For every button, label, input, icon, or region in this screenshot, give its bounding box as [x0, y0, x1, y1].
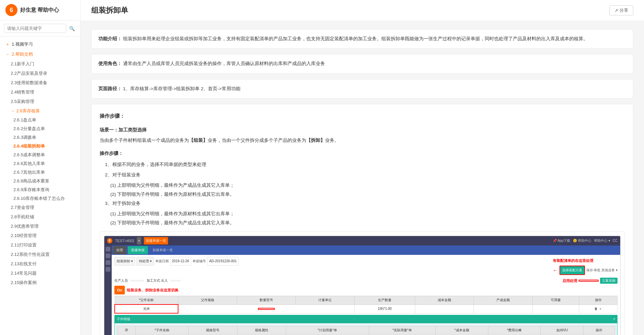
- mock-lower-section: 子件明细 ↗ 序 *子件名称: [114, 315, 618, 335]
- mock-qty-row: 生产人员 加工方式 出入 启用处理 立案采购: [114, 277, 618, 284]
- mock-date-label: 单据日期: [155, 258, 169, 265]
- path-intro-block: 页面路径： 1、库存核算->库存管理->组装拆卸单 2、首页->常用功能: [91, 79, 633, 99]
- func-intro-label: 功能介绍：: [98, 36, 122, 41]
- expand-icon-1: ＋: [5, 41, 10, 47]
- sidebar-item-2-6-10[interactable]: 2.6.10库存账本错了怎么办: [0, 194, 80, 203]
- sidebar-item-2-6-7[interactable]: 2.6.7其他出库单: [0, 168, 80, 177]
- sidebar-subsection-2-6[interactable]: － 2.6库存核算: [0, 106, 80, 116]
- sidebar-subsection-2-12[interactable]: 2.12系统个性化设置: [0, 250, 80, 259]
- sidebar-item-2-6-8[interactable]: 2.6.8商品成本重算: [0, 177, 80, 185]
- sidebar-subsection-2-8[interactable]: 2.8手机旺铺: [0, 212, 80, 222]
- mock-tab-home: 自营: [113, 246, 126, 254]
- arrow-right-icon: ←: [553, 265, 558, 276]
- func-intro-text: 组装拆卸单用来处理企业组装或拆卸等加工业务，支持有固定装配清单的产品加工业务，也…: [123, 36, 588, 41]
- mock-method-input: [170, 280, 180, 281]
- sidebar-subsection-2-13[interactable]: 2.13在线支付: [0, 259, 80, 269]
- sidebar-section-1[interactable]: ＋ 1.视频学习: [0, 39, 80, 49]
- mock-qiyong-input: [579, 280, 599, 282]
- mock-table1-row1-col1: 光米: [115, 304, 178, 313]
- sidebar-subsection-2-9[interactable]: 2.9优惠券管理: [0, 222, 80, 231]
- sidebar-subsection-2-10[interactable]: 2.10经营管理: [0, 231, 80, 240]
- mock-side-panel: [104, 245, 112, 335]
- annotation-right: 有装配清单的在这里处理: [553, 257, 593, 264]
- mock-tab-list: 新建单据一览: [149, 246, 176, 254]
- sidebar-subsection-2-3[interactable]: 2.3使用前数据准备: [0, 78, 80, 88]
- step-2-1: (1) 上部明细为父件明细，最终作为产成品生成其它入库单；: [110, 181, 625, 190]
- mock-section-header: 子件明细 ↗: [115, 315, 617, 323]
- main-header: 组装拆卸单 ↗ 分享: [80, 0, 644, 21]
- search-box: 🔍: [0, 20, 80, 37]
- mock-code-label: 单据编号: [193, 258, 206, 265]
- annotation-toggle: 组装业务、拆卸业务在这里切换: [127, 286, 178, 294]
- sidebar-subsection-2-1[interactable]: 2.1新手入门: [0, 59, 80, 69]
- mock-status-selector: 待处理 ▾: [137, 257, 154, 266]
- page-title: 组装拆卸单: [91, 5, 128, 15]
- collapse-icon-2: －: [5, 51, 10, 57]
- mock-worker-input: [130, 280, 144, 281]
- nav-list: ＋ 1.视频学习 － 2.帮助文档 2.1新手入门 2.2产品安装及登录 2.3…: [0, 37, 80, 335]
- step-2: 2、对于组装业务: [105, 170, 625, 179]
- role-intro-label: 使用角色：: [98, 61, 122, 66]
- sidebar-item-2-6-6[interactable]: 2.6.6其他入库单: [0, 159, 80, 168]
- annotation-qiyong: 启用处理: [562, 277, 577, 284]
- mock-form-area: 组装拆卸 ▾ 待处理 ▾ 单据日期 2019-12-26 单据编号 AD-201…: [112, 255, 620, 335]
- sidebar: 6 好生意 帮助中心 🔍 ＋ 1.视频学习 － 2.帮助文档 2.1新手入门 2…: [0, 0, 80, 335]
- mock-tab-new: 新建单据: [128, 246, 148, 254]
- sidebar-item-2-6-5[interactable]: 2.6.5成本调整单: [0, 151, 80, 159]
- ops-steps-label: 操作步骤：: [100, 149, 625, 158]
- mock-screenshot: 6 TEST-H002 ▾ 新建单据一览 📌 App下载 😊 帮助中心 帮助中心…: [104, 236, 621, 335]
- share-icon: ↗: [614, 8, 618, 13]
- sidebar-item-2-6-2[interactable]: 2.6.2分量盘点单: [0, 124, 80, 133]
- mock-apply-btn[interactable]: 立案采购: [600, 278, 618, 284]
- sidebar-subsection-2-14[interactable]: 2.14常见问题: [0, 269, 80, 278]
- search-input[interactable]: [4, 24, 66, 33]
- search-button[interactable]: 🔍: [68, 25, 76, 32]
- step-2-2: (2) 下部明细为子件明细，最终作为原材料生成其它出库单。: [110, 190, 625, 199]
- brand-name: 好生意 帮助中心: [20, 7, 59, 14]
- sidebar-subsection-2-15[interactable]: 2.15操作案例: [0, 278, 80, 287]
- step-3-2: (2) 下部明细为子件明细，最终作为产成品生成其它入库单。: [110, 218, 625, 227]
- sidebar-item-2-6-1[interactable]: 2.6.1盘点单: [0, 116, 80, 124]
- func-intro-block: 功能介绍： 组装拆卸单用来处理企业组装或拆卸等加工业务，支持有固定装配清单的产品…: [91, 29, 633, 49]
- screenshot-container: 6 TEST-H002 ▾ 新建单据一览 📌 App下载 😊 帮助中心 帮助中心…: [100, 231, 625, 335]
- step-3-1: (1) 上部明细为父件明细，最终作为原材料生成其它出库单；: [110, 209, 625, 218]
- sidebar-subsection-2-7[interactable]: 2.7资金管理: [0, 203, 80, 212]
- mock-more-btns: 保存 审批 其他业务 ▾: [586, 267, 618, 274]
- mock-tab-row: 自营 新建单据 新建单据一览: [112, 245, 620, 255]
- role-intro-block: 使用角色： 通常由生产人员或库管人员完成拆装业务的操作，库管人员确认原材料的出库…: [91, 54, 633, 73]
- mock-code-val: AD-20191226-001: [207, 257, 239, 266]
- main-area: 组装拆卸单 ↗ 分享 功能介绍： 组装拆卸单用来处理企业组装或拆卸等加工业务，支…: [80, 0, 644, 335]
- role-intro-text: 通常由生产人员或库管人员完成拆装业务的操作，库管人员确认原材料的出库和产成品的入…: [123, 61, 325, 66]
- scene1-desc: 当由多个子件材料组装成一个成品的业务为【组装】业务，当由一个父件拆分成多个子产品…: [100, 136, 625, 145]
- sidebar-subsection-2-5[interactable]: 2.5采购管理: [0, 97, 80, 106]
- step-1: 1、根据不同的业务，选择不同单据的类型来处理: [105, 160, 625, 169]
- mock-lower-body: 序 *子件名称 规格型号 规格属性 *计划用量*单 *实际用量*单 *成本金额: [115, 323, 617, 335]
- sidebar-item-2-6-3[interactable]: 2.6.3调拨单: [0, 133, 80, 142]
- mock-pz-btn: 选择装配方案: [559, 266, 585, 275]
- main-content: 功能介绍： 组装拆卸单用来处理企业组装或拆卸等加工业务，支持有固定装配清单的产品…: [80, 21, 644, 335]
- logo-icon: 6: [5, 4, 17, 16]
- steps-section: 操作步骤： 场景一：加工类型选择 当由多个子件材料组装成一个成品的业务为【组装】…: [91, 104, 633, 335]
- sidebar-section-2[interactable]: － 2.帮助文档: [0, 49, 80, 59]
- sidebar-item-2-6-4[interactable]: 2.6.4组装拆卸单: [0, 142, 80, 151]
- sidebar-item-2-6-9[interactable]: 2.6.9库存账本查询: [0, 185, 80, 194]
- sidebar-header: 6 好生意 帮助中心: [0, 0, 80, 20]
- mock-date-val: 2019-12-26: [170, 257, 191, 266]
- mock-new-btn: 新建单据一览: [144, 237, 168, 244]
- mock-type-selector: 组装拆卸 ▾: [114, 257, 135, 266]
- mock-toggle-label: On: [114, 286, 125, 294]
- path-intro-text: 1、库存核算->库存管理->组装拆卸单 2、首页->常用功能: [123, 86, 240, 91]
- mock-id: TEST-H002: [115, 237, 134, 244]
- ops-label: 操作步骤：: [100, 111, 625, 121]
- sidebar-subsection-2-2[interactable]: 2.2产品安装及登录: [0, 69, 80, 78]
- sidebar-subsection-2-11[interactable]: 2.11打印设置: [0, 240, 80, 250]
- mock-lower-table: 序 *子件名称 规格型号 规格属性 *计划用量*单 *实际用量*单 *成本金额: [117, 326, 615, 335]
- sidebar-subsection-2-4[interactable]: 2.4销售管理: [0, 88, 80, 97]
- mock-bom-input: [258, 308, 275, 310]
- mock-top-right: 📌 App下载 😊 帮助中心 帮助中心 ▾ CC: [553, 237, 618, 244]
- scene1-title: 场景一：加工类型选择: [100, 125, 625, 134]
- step-3: 3、对于拆卸业务: [105, 199, 625, 208]
- path-intro-label: 页面路径：: [98, 86, 122, 91]
- share-button[interactable]: ↗ 分享: [609, 5, 633, 15]
- mock-dropdown: ▾: [137, 237, 141, 244]
